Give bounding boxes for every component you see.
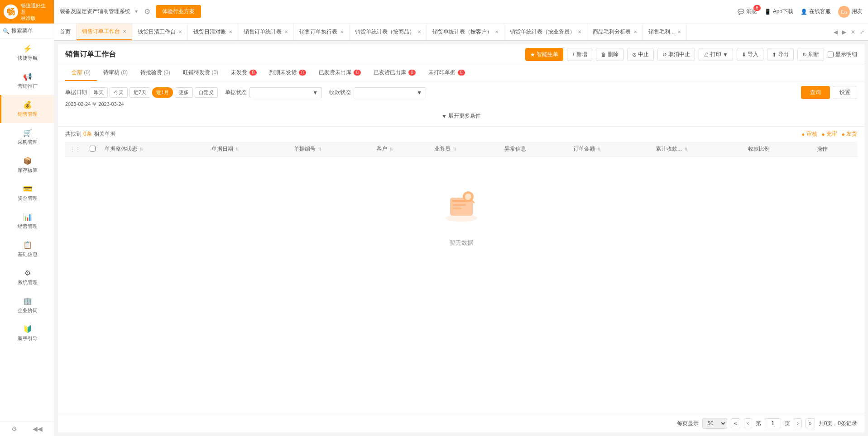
- sub-tab-pending-review[interactable]: 待审核 (0): [97, 65, 134, 81]
- sub-tab-all[interactable]: 全部 (0): [65, 65, 97, 81]
- tab-close-cash-daily[interactable]: ✕: [178, 29, 182, 34]
- tab-scroll-left-icon[interactable]: ◀: [832, 27, 839, 37]
- sidebar-item-inventory[interactable]: 📦 库存核算: [0, 151, 54, 179]
- date-filter: 单据日期 昨天 今天 近7天 近1月 更多 自定义: [65, 87, 218, 98]
- sidebar-search[interactable]: 🔍 搜索菜单: [0, 24, 54, 39]
- col-error: 异常信息: [500, 142, 569, 157]
- col-date[interactable]: 单据日期 ⇅: [207, 142, 289, 157]
- tab-close-sales-more[interactable]: ✕: [677, 29, 681, 34]
- sidebar-item-finance[interactable]: 💳 资金管理: [0, 179, 54, 207]
- sub-tab-shipped-out[interactable]: 已发货已出库 0: [367, 65, 422, 81]
- sub-tab-pending-check[interactable]: 待抢验货 (0): [134, 65, 177, 81]
- sub-tab-wangpu-pending[interactable]: 旺铺待发货 (0): [177, 65, 225, 81]
- next-page-button[interactable]: ›: [794, 418, 802, 428]
- app-download-action[interactable]: 📱 App下载: [764, 8, 793, 15]
- tab-product-margin[interactable]: 商品毛利分析表 ✕: [587, 24, 643, 40]
- tab-close-sales-exec[interactable]: ✕: [340, 29, 344, 34]
- sidebar-item-system[interactable]: ⚙ 系统管理: [0, 263, 54, 291]
- sub-tab-shipped-not-out[interactable]: 已发货未出库 0: [312, 65, 367, 81]
- tab-sales-stats-customer[interactable]: 销货单统计表（按客户） ✕: [427, 24, 504, 40]
- col-staff[interactable]: 业务员 ⇅: [430, 142, 500, 157]
- tab-close-stats-product[interactable]: ✕: [417, 29, 421, 34]
- smart-create-button[interactable]: ★ 智能生单: [525, 48, 563, 61]
- tab-close-stats-customer[interactable]: ✕: [495, 29, 499, 34]
- payment-select[interactable]: ▼: [354, 87, 426, 98]
- date-1month-btn[interactable]: 近1月: [152, 87, 173, 98]
- sub-tab-not-shipped[interactable]: 未发货 0: [225, 65, 263, 81]
- col-number[interactable]: 单据编号 ⇅: [289, 142, 372, 157]
- col-customer[interactable]: 客户 ⇅: [372, 142, 430, 157]
- prev-page-button[interactable]: ‹: [744, 418, 752, 428]
- col-collected[interactable]: 累计收款... ⇅: [651, 142, 743, 157]
- tab-close-sales-stats[interactable]: ✕: [284, 29, 288, 34]
- tab-sales-stats[interactable]: 销售订单统计表 ✕: [238, 24, 294, 40]
- settings-icon[interactable]: ⚙: [11, 425, 17, 432]
- sidebar-item-quick-nav[interactable]: ⚡ 快捷导航: [0, 39, 54, 67]
- quick-ship-button[interactable]: ● 发货: [842, 130, 857, 138]
- select-all-checkbox[interactable]: [90, 146, 96, 152]
- tab-close-stats-staff[interactable]: ✕: [578, 29, 581, 34]
- star-icon: ★: [530, 52, 535, 58]
- collapse-icon[interactable]: ◀◀: [33, 425, 43, 432]
- query-button[interactable]: 查询: [801, 86, 830, 99]
- tab-sales-stats-staff[interactable]: 销货单统计表（按业务员） ✕: [504, 24, 587, 40]
- add-button[interactable]: + 新增: [567, 48, 592, 61]
- message-action[interactable]: 💬 消息 6: [738, 8, 757, 15]
- refresh-button[interactable]: ↻ 刷新: [797, 48, 824, 61]
- date-custom-btn[interactable]: 自定义: [195, 87, 218, 98]
- tab-sales-workbench[interactable]: 销售订单工作台 ✕: [77, 24, 132, 40]
- user-action[interactable]: Ea 用友: [838, 6, 863, 18]
- tab-maximize-icon[interactable]: ⤢: [858, 27, 866, 37]
- sidebar-logo: 畅 畅捷通好生意 标准版: [0, 0, 54, 24]
- print-button[interactable]: 🖨 打印 ▼: [699, 48, 733, 61]
- show-detail-checkbox[interactable]: [828, 52, 834, 57]
- tab-close-sales-workbench[interactable]: ✕: [123, 29, 126, 34]
- tab-sales-exec[interactable]: 销售订单执行表 ✕: [294, 24, 350, 40]
- cancel-stop-button[interactable]: ↺ 取消中止: [657, 48, 695, 61]
- first-page-button[interactable]: «: [731, 418, 740, 428]
- show-detail-checkbox-label[interactable]: 显示明细: [828, 51, 857, 58]
- col-status[interactable]: 单据整体状态 ⇅: [100, 142, 207, 157]
- sidebar-item-guide[interactable]: 🔰 新手引导: [0, 319, 54, 347]
- sidebar-item-sales[interactable]: 💰 销售管理: [0, 95, 54, 123]
- sidebar-item-marketing[interactable]: 📢 营销推广: [0, 67, 54, 95]
- expand-filter-button[interactable]: ▼ 展开更多条件: [438, 110, 484, 122]
- tab-cash-reconcile[interactable]: 钱货日清对账 ✕: [188, 24, 238, 40]
- sidebar-item-basic-info[interactable]: 📋 基础信息: [0, 235, 54, 263]
- experience-button[interactable]: 体验行业方案: [156, 5, 201, 18]
- count-link[interactable]: 0条: [83, 130, 92, 138]
- sidebar-item-enterprise[interactable]: 🏢 企业协同: [0, 291, 54, 319]
- import-button[interactable]: ⬇ 导入: [737, 48, 763, 61]
- online-service-action[interactable]: 👤 在线客服: [801, 8, 831, 15]
- sub-tab-not-printed[interactable]: 未打印单据 0: [422, 65, 471, 81]
- tab-close-cash-reconcile[interactable]: ✕: [229, 29, 232, 34]
- sub-tab-overdue-not-shipped[interactable]: 到期未发货 0: [263, 65, 312, 81]
- tab-home[interactable]: 首页: [54, 24, 77, 40]
- col-amount[interactable]: 订单金额 ⇅: [569, 142, 651, 157]
- quick-audit-button[interactable]: ● 审核: [801, 130, 817, 138]
- tab-cash-daily[interactable]: 钱货日清工作台 ✕: [132, 24, 188, 40]
- date-7days-btn[interactable]: 近7天: [129, 87, 150, 98]
- tab-close-all-icon[interactable]: ✕: [849, 27, 857, 37]
- quick-cancel-audit-button[interactable]: ● 充审: [822, 130, 837, 138]
- date-yesterday-btn[interactable]: 昨天: [90, 87, 108, 98]
- col-checkbox[interactable]: [85, 142, 100, 157]
- delete-button[interactable]: 🗑 删除: [596, 48, 623, 61]
- tab-sales-stats-product[interactable]: 销货单统计表（按商品） ✕: [350, 24, 427, 40]
- date-more-btn[interactable]: 更多: [175, 87, 193, 98]
- sidebar-item-operations[interactable]: 📊 经营管理: [0, 207, 54, 235]
- stop-button[interactable]: ⊘ 中止: [627, 48, 654, 61]
- gear-icon[interactable]: ⚙: [142, 5, 152, 18]
- export-button[interactable]: ⬆ 导出: [767, 48, 794, 61]
- tab-scroll-right-icon[interactable]: ▶: [840, 27, 848, 37]
- page-size-select[interactable]: 50 10 20 100: [702, 418, 727, 429]
- last-page-button[interactable]: »: [806, 418, 815, 428]
- page-number-input[interactable]: [765, 418, 781, 428]
- table-wrapper[interactable]: ⋮⋮ 单据整体状态 ⇅ 单据日期: [65, 142, 857, 274]
- set-button[interactable]: 设置: [833, 86, 857, 99]
- status-select[interactable]: ▼: [249, 87, 322, 98]
- sidebar-item-purchase[interactable]: 🛒 采购管理: [0, 123, 54, 151]
- tab-sales-more[interactable]: 销售毛利... ✕: [643, 24, 687, 40]
- tab-close-product-margin[interactable]: ✕: [633, 29, 637, 34]
- date-today-btn[interactable]: 今天: [110, 87, 128, 98]
